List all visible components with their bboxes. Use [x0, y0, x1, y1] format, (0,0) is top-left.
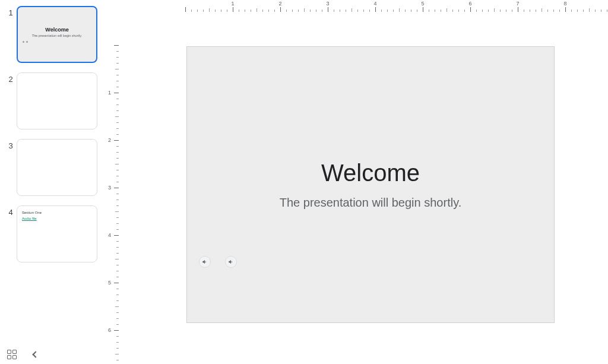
ruler-horizontal: 123456789: [119, 0, 608, 12]
thumb-title: Welcome: [18, 27, 96, 33]
slide-thumbnail-entry: 3: [5, 139, 102, 196]
slide-thumbnail-entry: 4 Section One Audio file: [5, 205, 102, 262]
slide-number: 1: [5, 6, 17, 17]
sidebar-bottom-controls: [7, 350, 38, 359]
slide-thumbnail[interactable]: [17, 139, 97, 196]
editor-main-area: 123456789 1234567 Welcome The presentati…: [107, 0, 608, 364]
thumb-content: Section One Audio file: [17, 206, 97, 225]
thumb-audio-indicators: [23, 34, 30, 45]
slide-subtitle-text[interactable]: The presentation will begin shortly.: [280, 196, 461, 210]
slide-canvas[interactable]: Welcome The presentation will begin shor…: [186, 46, 555, 323]
speaker-icon: [228, 259, 234, 265]
slide-number: 2: [5, 72, 17, 84]
grid-view-icon[interactable]: [7, 350, 17, 359]
slide-thumbnail[interactable]: Welcome The presentation will begin shor…: [17, 6, 97, 63]
presentation-editor: 1 Welcome The presentation will begin sh…: [0, 0, 608, 364]
slide-thumbnail-entry: 2: [5, 72, 102, 129]
ruler-vertical: 1234567: [107, 12, 119, 364]
slide-number: 4: [5, 205, 17, 217]
slide-thumbnail-entry: 1 Welcome The presentation will begin sh…: [5, 6, 102, 63]
audio-widget[interactable]: [199, 256, 211, 268]
slide-thumbnail[interactable]: Section One Audio file: [17, 205, 97, 262]
chevron-left-icon[interactable]: [32, 351, 39, 357]
speaker-icon: [202, 259, 208, 265]
canvas-viewport[interactable]: Welcome The presentation will begin shor…: [120, 13, 601, 357]
slide-thumbnail[interactable]: [17, 72, 97, 129]
thumb-audio-link: Audio file: [22, 217, 92, 220]
slide-panel: 1 Welcome The presentation will begin sh…: [0, 0, 107, 364]
slide-number: 3: [5, 139, 17, 150]
audio-widget[interactable]: [225, 256, 237, 268]
thumb-section-title: Section One: [22, 211, 92, 214]
slide-title-text[interactable]: Welcome: [321, 160, 420, 186]
